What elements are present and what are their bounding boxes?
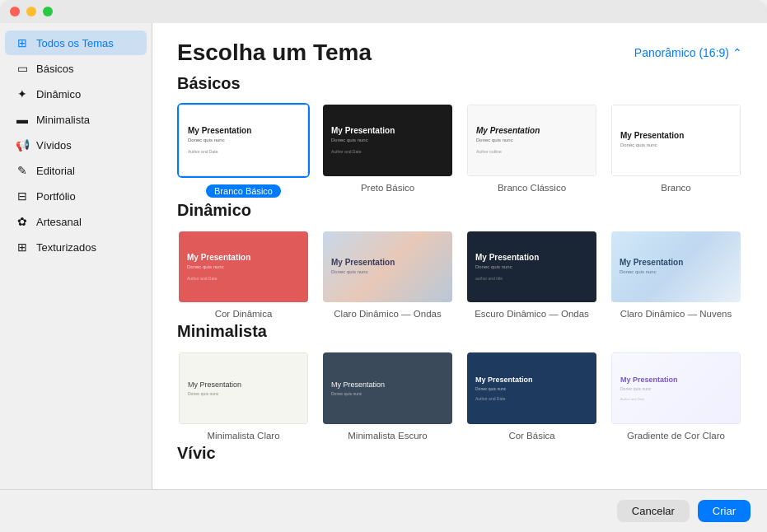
sidebar-item-dinamico[interactable]: ✦Dinâmico — [5, 82, 147, 106]
sidebar-icon-vividos: 📢 — [15, 138, 30, 152]
sidebar-label-todos: Todos os Temas — [36, 37, 114, 49]
template-label-branco-classico: Branco Clássico — [498, 183, 566, 193]
template-claro-ondas[interactable]: My PresentationDonec quis nuncClaro Dinâ… — [321, 230, 454, 320]
templates-grid-basicos: My PresentationDonec quis nuncAuthor and… — [177, 103, 742, 198]
sidebar-item-basicos[interactable]: ▭Básicos — [5, 56, 147, 81]
template-preto-basico[interactable]: My PresentationDonec quis nuncAuthor and… — [321, 103, 454, 198]
template-thumb-branco-classico: My PresentationDonec quis nuncAuthor out… — [465, 103, 598, 178]
sidebar-icon-minimalista: ▬ — [15, 112, 30, 127]
sidebar-label-dinamico: Dinâmico — [36, 88, 81, 100]
template-thumb-preto-basico: My PresentationDonec quis nuncAuthor and… — [321, 103, 454, 178]
sidebar-icon-portfolio: ⊟ — [15, 189, 30, 203]
section-title-dinamico: Dinâmico — [177, 201, 742, 220]
template-label-min-claro: Minimalista Claro — [207, 431, 279, 441]
templates-grid-dinamico: My PresentationDonec quis nuncAuthor and… — [177, 230, 742, 320]
section-title-basicos: Básicos — [177, 74, 742, 93]
templates-grid-minimalista: My PresentationDonec quis nuncMinimalist… — [177, 351, 742, 441]
sidebar-label-texturizados: Texturizados — [36, 241, 96, 254]
section-title-vividos: Vívic — [177, 444, 742, 463]
sidebar-label-portfolio: Portfólio — [36, 190, 76, 203]
sidebar-icon-dinamico: ✦ — [15, 86, 30, 101]
template-thumb-branco-basico: My PresentationDonec quis nuncAuthor and… — [177, 103, 310, 178]
section-minimalista: MinimalistaMy PresentationDonec quis nun… — [177, 322, 742, 441]
template-cor-dinamica[interactable]: My PresentationDonec quis nuncAuthor and… — [177, 230, 310, 320]
sidebar-icon-basicos: ▭ — [15, 61, 30, 76]
template-label-claro-ondas: Claro Dinâmico — Ondas — [334, 309, 441, 319]
template-thumb-claro-nuvens: My PresentationDonec quis nunc — [610, 230, 742, 305]
sidebar-label-vividos: Vívidos — [36, 139, 72, 152]
sidebar: ⊞Todos os Temas▭Básicos✦Dinâmico▬Minimal… — [0, 23, 152, 489]
page-title: Escolha um Tema — [177, 40, 372, 66]
template-cor-basica[interactable]: My PresentationDonec quis nuncAuthor and… — [465, 351, 598, 441]
title-bar — [0, 0, 767, 23]
section-vividos: Vívic — [177, 444, 742, 463]
template-label-claro-nuvens: Claro Dinâmico — Nuvens — [620, 309, 732, 319]
sidebar-item-minimalista[interactable]: ▬Minimalista — [5, 107, 147, 132]
template-label-min-escuro: Minimalista Escuro — [348, 431, 428, 441]
create-button[interactable]: Criar — [698, 500, 751, 522]
sidebar-item-portfolio[interactable]: ⊟Portfólio — [5, 184, 147, 208]
main-container: ⊞Todos os Temas▭Básicos✦Dinâmico▬Minimal… — [0, 23, 767, 489]
template-thumb-cor-dinamica: My PresentationDonec quis nuncAuthor and… — [177, 230, 310, 305]
template-branco-classico[interactable]: My PresentationDonec quis nuncAuthor out… — [465, 103, 598, 198]
sidebar-item-editorial[interactable]: ✎Editorial — [5, 158, 147, 183]
sidebar-item-texturizados[interactable]: ⊞Texturizados — [5, 235, 147, 259]
sidebar-label-artesanal: Artesanal — [36, 216, 82, 228]
template-thumb-branco: My PresentationDonec quis nunc — [610, 103, 742, 178]
template-label-gradiente-claro: Gradiente de Cor Claro — [627, 431, 725, 441]
content-header: Escolha um Tema Panorâmico (16:9) ⌃ — [152, 23, 767, 74]
sidebar-icon-editorial: ✎ — [15, 163, 30, 178]
template-thumb-min-escuro: My PresentationDonec quis nunc — [321, 351, 454, 426]
sidebar-label-editorial: Editorial — [36, 165, 75, 177]
template-min-claro[interactable]: My PresentationDonec quis nuncMinimalist… — [177, 351, 310, 441]
chevron-icon: ⌃ — [732, 46, 742, 59]
minimize-button[interactable] — [26, 7, 36, 16]
selected-badge: Branco Básico — [206, 184, 281, 198]
template-label-cor-basica: Cor Básica — [508, 431, 554, 441]
section-dinamico: DinâmicoMy PresentationDonec quis nuncAu… — [177, 201, 742, 320]
template-thumb-cor-basica: My PresentationDonec quis nuncAuthor and… — [465, 351, 598, 426]
close-button[interactable] — [10, 7, 20, 16]
footer: Cancelar Criar — [0, 489, 767, 532]
template-escuro-ondas[interactable]: My PresentationDonec quis nuncauthor and… — [465, 230, 598, 320]
templates-scroll[interactable]: BásicosMy PresentationDonec quis nuncAut… — [152, 74, 767, 489]
template-thumb-min-claro: My PresentationDonec quis nunc — [177, 351, 310, 426]
sidebar-item-todos[interactable]: ⊞Todos os Temas — [5, 30, 147, 55]
maximize-button[interactable] — [43, 7, 53, 16]
template-branco[interactable]: My PresentationDonec quis nuncBranco — [610, 103, 742, 198]
content-area: Escolha um Tema Panorâmico (16:9) ⌃ Bási… — [152, 23, 767, 489]
template-label-cor-dinamica: Cor Dinâmica — [215, 309, 273, 319]
sidebar-icon-todos: ⊞ — [15, 35, 30, 50]
sidebar-icon-texturizados: ⊞ — [15, 240, 30, 254]
template-min-escuro[interactable]: My PresentationDonec quis nuncMinimalist… — [321, 351, 454, 441]
template-label-preto-basico: Preto Básico — [361, 183, 414, 193]
aspect-ratio-label: Panorâmico (16:9) — [634, 46, 729, 59]
section-basicos: BásicosMy PresentationDonec quis nuncAut… — [177, 74, 742, 198]
template-thumb-escuro-ondas: My PresentationDonec quis nuncauthor and… — [465, 230, 598, 305]
aspect-ratio-selector[interactable]: Panorâmico (16:9) ⌃ — [634, 46, 742, 59]
template-branco-basico[interactable]: My PresentationDonec quis nuncAuthor and… — [177, 103, 310, 198]
sidebar-icon-artesanal: ✿ — [15, 214, 30, 229]
sidebar-label-basicos: Básicos — [36, 63, 74, 75]
template-label-branco: Branco — [661, 183, 690, 193]
sidebar-item-artesanal[interactable]: ✿Artesanal — [5, 209, 147, 234]
template-claro-nuvens[interactable]: My PresentationDonec quis nuncClaro Dinâ… — [610, 230, 742, 320]
sidebar-label-minimalista: Minimalista — [36, 114, 90, 126]
cancel-button[interactable]: Cancelar — [617, 500, 690, 522]
section-title-minimalista: Minimalista — [177, 322, 742, 341]
sidebar-item-vividos[interactable]: 📢Vívidos — [5, 133, 147, 157]
template-thumb-claro-ondas: My PresentationDonec quis nunc — [321, 230, 454, 305]
template-gradiente-claro[interactable]: My PresentationDonec quis nuncAuthor and… — [610, 351, 742, 441]
template-label-escuro-ondas: Escuro Dinâmico — Ondas — [475, 309, 589, 319]
template-thumb-gradiente-claro: My PresentationDonec quis nuncAuthor and… — [610, 351, 742, 426]
